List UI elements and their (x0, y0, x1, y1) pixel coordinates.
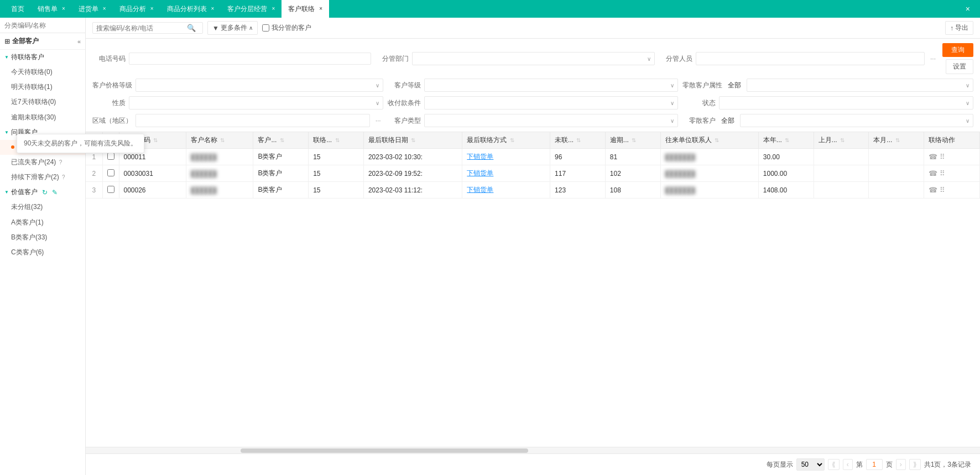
sidebar-group-value-label: 价值客户 (11, 187, 38, 197)
action-phone-icon-2[interactable]: ☎ (929, 169, 937, 178)
horizontal-scrollbar[interactable] (86, 447, 980, 453)
toolbar-search-icon[interactable]: 🔍 (187, 24, 196, 32)
close-purchase-icon[interactable]: × (103, 0, 106, 18)
th-contact: 联络... ⇅ (309, 132, 364, 149)
settings-btn[interactable]: 设置 (946, 59, 973, 74)
filter-select-scatter-attr[interactable]: ∨ (747, 79, 973, 92)
filter-select-region[interactable] (135, 114, 370, 127)
nav-item-purchase[interactable]: 进货单 × (72, 0, 113, 18)
page-num-input[interactable] (866, 459, 883, 470)
action-more-icon-2[interactable]: ⠿ (940, 169, 945, 178)
td-checkbox-2[interactable] (102, 165, 119, 182)
sidebar-item-today[interactable]: 今天待联络(0) (0, 65, 85, 80)
filter-label-price-level: 客户价格等级 (92, 81, 132, 90)
window-close-button[interactable]: × (960, 4, 976, 13)
search-input[interactable] (96, 24, 185, 32)
th-actions: 联络动作 (924, 132, 980, 149)
filter-input-phone[interactable] (129, 53, 371, 65)
filter-select-dept[interactable]: ∨ (412, 52, 654, 65)
sidebar-root-item[interactable]: ⊞ 全部客户 « (0, 33, 85, 50)
td-last-date-1: 2023-03-02 10:30: (363, 149, 462, 165)
page-next-btn[interactable]: › (896, 459, 906, 470)
my-customers-checkbox[interactable] (262, 24, 269, 32)
nav-item-product-list[interactable]: 商品分析列表 × (160, 0, 221, 18)
query-btn[interactable]: 查询 (942, 43, 973, 57)
refresh-icon[interactable]: ↻ (42, 189, 48, 196)
edit-icon[interactable]: ✎ (52, 189, 58, 196)
action-phone-icon-1[interactable]: ☎ (929, 153, 937, 161)
export-btn[interactable]: ↑ 导出 (945, 21, 973, 35)
filter-select-customer-type[interactable]: ∨ (424, 114, 679, 127)
question-icon2[interactable]: ? (62, 174, 65, 180)
nav-item-customer-contact[interactable]: 客户联络 × (282, 0, 329, 18)
td-this-year-1: 30.00 (758, 149, 814, 165)
td-actions-1: ☎ ⠿ (924, 149, 980, 165)
row-checkbox-3[interactable] (107, 186, 114, 193)
td-num-2: 2 (86, 165, 102, 182)
per-page-select[interactable]: 50 20 100 (796, 458, 825, 471)
sidebar-group-value-header[interactable]: ▼ 价值客户 ↻ ✎ (0, 185, 85, 200)
triangle-icon: ▼ (4, 55, 9, 60)
link-method-2[interactable]: 下销货单 (467, 169, 493, 177)
page-label: 第 (856, 460, 863, 469)
sidebar-item-tomorrow[interactable]: 明天待联络(1) (0, 80, 85, 95)
my-customers-checkbox-label[interactable]: 我分管的客户 (262, 23, 311, 33)
content-area: 🔍 ▼ 更多条件 ∧ 我分管的客户 ↑ 导出 电话号码 (86, 18, 980, 475)
close-pl-icon[interactable]: × (211, 0, 215, 18)
filter-dots-person[interactable]: ··· (928, 55, 938, 62)
nav-item-product-analysis[interactable]: 商品分析 × (113, 0, 160, 18)
page-last-btn[interactable]: ⟫ (909, 459, 921, 470)
nav-home[interactable]: 首页 (4, 0, 31, 18)
link-method-1[interactable]: 下销货单 (467, 153, 493, 160)
action-more-icon-1[interactable]: ⠿ (940, 153, 945, 161)
filter-select-nature[interactable]: ∨ (129, 96, 383, 109)
sidebar-item-class-c[interactable]: C类客户(6) (0, 245, 85, 260)
filter-select-scatter[interactable]: ∨ (740, 114, 973, 127)
arrow-customer-level: ∨ (670, 82, 674, 88)
filter-dots-region[interactable]: ··· (373, 117, 383, 124)
td-type-3: B类客户 (253, 182, 309, 199)
filter-select-payment[interactable]: ∨ (424, 96, 679, 109)
filter-select-price-level[interactable]: ∨ (135, 79, 383, 92)
scrollbar-thumb[interactable] (241, 448, 528, 453)
page-prev-btn[interactable]: ‹ (843, 459, 853, 470)
filter-field-scatter: 零散客户 全部 ∨ (682, 114, 973, 127)
link-method-3[interactable]: 下销货单 (467, 186, 493, 194)
page-first-btn[interactable]: ⟪ (828, 459, 840, 470)
action-phone-icon-3[interactable]: ☎ (929, 186, 937, 194)
sidebar-item-overdue[interactable]: 逾期未联络(30) (0, 110, 85, 125)
close-cc-icon[interactable]: × (319, 0, 322, 18)
sidebar-search-input[interactable] (4, 22, 86, 29)
sidebar-item-ungrouped[interactable]: 未分组(32) (0, 200, 85, 215)
td-last-method-1: 下销货单 (462, 149, 550, 165)
close-sales-icon[interactable]: × (62, 0, 65, 18)
sidebar-item-declining[interactable]: 持续下滑客户(2) ? (0, 170, 85, 185)
sidebar-item-7days[interactable]: 近7天待联络(0) (0, 95, 85, 109)
sort-contact-icon: ⇅ (335, 137, 340, 143)
sidebar-item-class-b[interactable]: B类客户(33) (0, 230, 85, 245)
filter-btn[interactable]: ▼ 更多条件 ∧ (207, 21, 258, 35)
filter-select-customer-level[interactable]: ∨ (424, 79, 679, 92)
th-contact-person: 往来单位联系人 ⇅ (660, 132, 758, 149)
td-this-month-1 (869, 149, 924, 165)
td-code-3: 000026 (119, 182, 186, 199)
filter-select-status[interactable]: ∨ (719, 96, 973, 109)
sidebar-group-value: ▼ 价值客户 ↻ ✎ 未分组(32) A类客户(1) B类客户(33) C类客户… (0, 185, 85, 260)
row-checkbox-2[interactable] (107, 169, 114, 176)
sidebar-group-pending-header[interactable]: ▼ 待联络客户 (0, 50, 85, 65)
td-cp-2-blurred: ███████ (665, 170, 696, 177)
sidebar-item-class-a[interactable]: A类客户(1) (0, 215, 85, 230)
question-icon1[interactable]: ? (59, 159, 62, 165)
arrow-status: ∨ (966, 100, 969, 106)
td-checkbox-3[interactable] (102, 182, 119, 199)
action-more-icon-3[interactable]: ⠿ (940, 186, 945, 194)
sort-method-icon: ⇅ (510, 137, 514, 143)
row-checkbox-1[interactable] (107, 153, 114, 160)
sidebar-item-churned[interactable]: 已流失客户(24) ? (0, 155, 85, 170)
close-cl-icon[interactable]: × (272, 0, 275, 18)
nav-item-sales[interactable]: 销售单 × (31, 0, 72, 18)
filter-select-person[interactable] (696, 52, 925, 65)
nav-item-customer-layer[interactable]: 客户分层经营 × (221, 0, 282, 18)
td-contact-2: 15 (309, 165, 364, 182)
close-pa-icon[interactable]: × (150, 0, 154, 18)
